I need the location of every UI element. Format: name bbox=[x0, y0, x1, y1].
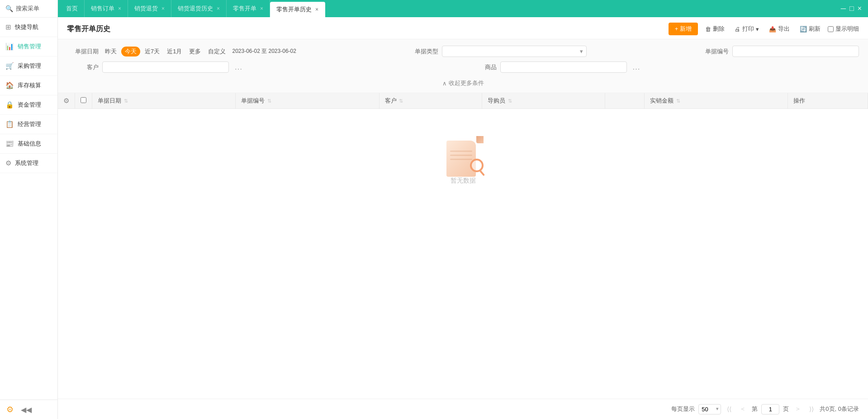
filter-row-2: 客户 … 商品 … bbox=[67, 61, 859, 73]
table-settings-col: ⚙ bbox=[58, 93, 75, 109]
system-icon: ⚙ bbox=[5, 159, 11, 167]
date-filter-label: 单据日期 bbox=[67, 47, 99, 56]
minimize-button[interactable]: ─ bbox=[841, 5, 846, 13]
doc-no-filter-label: 单据编号 bbox=[697, 47, 729, 56]
table-area: ⚙ 单据日期 ⇅ 单据编号 ⇅ bbox=[58, 93, 868, 399]
sidebar-item-label: 基础信息 bbox=[18, 140, 41, 148]
col-no-sort-icon: ⇅ bbox=[267, 98, 271, 104]
sidebar: 🔍 搜索采单 ⊞ 快捷导航 📊 销售管理 🛒 采购管理 🏠 库存核算 🔒 资金管… bbox=[0, 0, 58, 419]
date-more-btn[interactable]: 更多 bbox=[186, 47, 204, 56]
col-customer[interactable]: 客户 ⇅ bbox=[379, 93, 482, 109]
tab-sales-return[interactable]: 销货退货 × bbox=[128, 0, 171, 17]
col-amount[interactable]: 实销金额 ⇅ bbox=[644, 93, 787, 109]
col-action: 操作 bbox=[788, 93, 868, 109]
tab-sales-return-close-icon[interactable]: × bbox=[161, 5, 165, 12]
refresh-label: 刷新 bbox=[809, 25, 821, 33]
sidebar-collapse-icon[interactable]: ◀◀ bbox=[21, 405, 32, 414]
date-custom-btn[interactable]: 自定义 bbox=[205, 47, 228, 56]
tab-sales-return-history[interactable]: 销货退货历史 × bbox=[171, 0, 227, 17]
date-yesterday-btn[interactable]: 昨天 bbox=[102, 47, 119, 56]
goods-input[interactable] bbox=[500, 61, 627, 73]
delete-button[interactable]: 🗑 删除 bbox=[702, 23, 727, 35]
table-select-all-checkbox[interactable] bbox=[81, 97, 86, 103]
tab-home-label: 首页 bbox=[66, 5, 78, 13]
tab-retail-history[interactable]: 零售开单历史 × bbox=[270, 2, 325, 17]
sidebar-item-basic-info[interactable]: 📰 基础信息 bbox=[0, 134, 57, 154]
col-amount-sort-icon: ⇅ bbox=[676, 98, 680, 104]
next-page-button[interactable]: ＞ bbox=[792, 404, 803, 414]
customer-more-icon[interactable]: … bbox=[234, 62, 242, 72]
tab-sales-return-label: 销货退货 bbox=[134, 5, 158, 13]
sidebar-item-finance[interactable]: 🔒 资金管理 bbox=[0, 95, 57, 115]
inventory-icon: 🏠 bbox=[5, 81, 14, 89]
col-no[interactable]: 单据编号 ⇅ bbox=[236, 93, 379, 109]
sidebar-item-purchase-mgmt[interactable]: 🛒 采购管理 bbox=[0, 56, 57, 76]
close-button[interactable]: × bbox=[858, 5, 862, 13]
maximize-button[interactable]: □ bbox=[849, 5, 854, 13]
add-button[interactable]: + 新增 bbox=[669, 23, 698, 35]
filter-row-1: 单据日期 昨天 今天 近7天 近1月 更多 自定义 2023-06-02 至 2… bbox=[67, 46, 859, 57]
table-checkbox-col bbox=[75, 93, 92, 109]
date-last-month-btn[interactable]: 近1月 bbox=[164, 47, 185, 56]
table-settings-icon[interactable]: ⚙ bbox=[63, 97, 69, 104]
customer-input[interactable] bbox=[102, 61, 229, 73]
sidebar-bottom: ⚙ ◀◀ bbox=[0, 400, 57, 419]
col-guide[interactable]: 导购员 ⇅ bbox=[482, 93, 605, 109]
refresh-button[interactable]: 🔄 刷新 bbox=[797, 23, 823, 35]
date-quick-buttons: 昨天 今天 近7天 近1月 更多 自定义 2023-06-02 至 2023-0… bbox=[102, 47, 296, 56]
print-button[interactable]: 🖨 打印 ▾ bbox=[732, 23, 762, 35]
col-amount-label: 实销金额 bbox=[650, 97, 674, 104]
settings-gear-icon[interactable]: ⚙ bbox=[6, 405, 14, 414]
page-header: 零售开单历史 + 新增 🗑 删除 🖨 打印 ▾ 📤 导出 🔄 bbox=[58, 17, 868, 39]
date-last7-btn[interactable]: 近7天 bbox=[142, 47, 162, 56]
doc-no-input[interactable] bbox=[732, 46, 859, 57]
show-detail-checkbox[interactable] bbox=[828, 26, 834, 32]
empty-illustration bbox=[443, 136, 484, 177]
tab-retail-history-close-icon[interactable]: × bbox=[315, 6, 318, 13]
goods-more-icon[interactable]: … bbox=[632, 62, 640, 72]
export-label: 导出 bbox=[778, 25, 790, 33]
first-page-button[interactable]: ⟨⟨ bbox=[725, 404, 734, 414]
collapse-filter-btn[interactable]: ∧ 收起更多条件 bbox=[67, 77, 859, 89]
page-number-input[interactable]: 1 bbox=[761, 404, 779, 414]
tab-sales-order-label: 销售订单 bbox=[91, 5, 114, 13]
tab-sales-return-history-close-icon[interactable]: × bbox=[217, 5, 220, 12]
sidebar-item-label: 资金管理 bbox=[18, 101, 41, 109]
sidebar-item-inventory[interactable]: 🏠 库存核算 bbox=[0, 76, 57, 95]
basic-info-icon: 📰 bbox=[5, 140, 14, 148]
sidebar-item-sales-mgmt[interactable]: 📊 销售管理 bbox=[0, 37, 57, 56]
col-action-label: 操作 bbox=[793, 97, 805, 104]
tab-retail-open-close-icon[interactable]: × bbox=[260, 5, 263, 12]
tab-retail-open-label: 零售开单 bbox=[233, 5, 256, 13]
search-icon: 🔍 bbox=[5, 5, 13, 12]
prev-page-button[interactable]: ＜ bbox=[737, 404, 748, 414]
sidebar-item-operations[interactable]: 📋 经营管理 bbox=[0, 115, 57, 134]
tab-sales-order[interactable]: 销售订单 × bbox=[85, 0, 128, 17]
sidebar-search[interactable]: 🔍 搜索采单 bbox=[0, 0, 57, 18]
per-page-select[interactable]: 50 100 200 bbox=[698, 404, 721, 414]
per-page-label: 每页显示 bbox=[671, 405, 695, 413]
print-dropdown-icon: ▾ bbox=[756, 26, 759, 33]
doc-fold-shape bbox=[476, 136, 484, 143]
sidebar-item-quick-nav[interactable]: ⊞ 快捷导航 bbox=[0, 18, 57, 37]
pagination-bar: 每页显示 50 100 200 ⟨⟨ ＜ 第 1 页 ＞ ⟩⟩ 共0页, 0条记… bbox=[58, 399, 868, 419]
sidebar-item-label: 系统管理 bbox=[15, 159, 38, 167]
doc-base-shape bbox=[446, 141, 476, 177]
magnify-shape bbox=[470, 159, 484, 172]
last-page-button[interactable]: ⟩⟩ bbox=[807, 404, 816, 414]
tab-retail-open[interactable]: 零售开单 × bbox=[227, 0, 270, 17]
tab-sales-order-close-icon[interactable]: × bbox=[118, 5, 121, 12]
operations-icon: 📋 bbox=[5, 120, 14, 128]
sidebar-item-system[interactable]: ⚙ 系统管理 bbox=[0, 154, 57, 173]
sidebar-item-label: 快捷导航 bbox=[15, 23, 38, 31]
export-button[interactable]: 📤 导出 bbox=[766, 23, 792, 35]
tab-home[interactable]: 首页 bbox=[60, 0, 85, 17]
show-detail-text: 显示明细 bbox=[835, 25, 859, 33]
tab-bar: 首页 销售订单 × 销货退货 × 销货退货历史 × 零售开单 × 零售开单历史 … bbox=[58, 0, 868, 17]
col-customer-label: 客户 bbox=[385, 97, 397, 104]
col-date[interactable]: 单据日期 ⇅ bbox=[92, 93, 236, 109]
window-controls: ─ □ × bbox=[841, 5, 866, 13]
date-today-btn[interactable]: 今天 bbox=[121, 47, 140, 56]
doc-type-select[interactable] bbox=[442, 46, 587, 57]
sidebar-item-label: 采购管理 bbox=[18, 62, 41, 70]
